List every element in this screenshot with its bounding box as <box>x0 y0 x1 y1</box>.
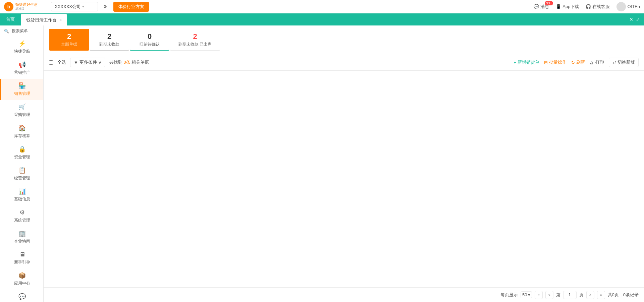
company-name: XXXXXX公司 <box>55 4 81 10</box>
sidebar-item-label: 库存核算 <box>14 133 30 139</box>
company-selector[interactable]: XXXXXX公司 ▾ <box>51 2 98 11</box>
summary-card-overdue-stock[interactable]: 2 到期未收款 已出库 <box>170 29 220 51</box>
card-label-all: 全部单据 <box>58 42 80 47</box>
filter-label: 更多条件 <box>79 59 97 65</box>
refresh-icon: ↻ <box>571 60 575 65</box>
headset-icon: 🎧 <box>586 4 591 9</box>
experience-button[interactable]: 体验行业方案 <box>113 2 149 12</box>
operations-icon: 📋 <box>18 167 26 174</box>
summary-cards: 2 全部单据 2 到期未收款 0 旺辅待确认 2 到期未收款 已出库 <box>44 25 644 54</box>
card-label-overdue: 到期未收款 <box>98 42 121 47</box>
online-service-label: 在线客服 <box>592 4 610 10</box>
page-size-select[interactable]: 50 ▾ <box>521 291 532 298</box>
tab-bar-right: ✕ ⤢ <box>629 17 644 22</box>
sidebar-item-inventory[interactable]: 🏠 库存核算 <box>0 121 43 142</box>
summary-card-pending[interactable]: 0 旺辅待确认 <box>129 29 170 51</box>
filter-button[interactable]: ▼ 更多条件 ∨ <box>70 58 105 67</box>
last-page-button[interactable]: » <box>597 291 605 299</box>
next-page-button[interactable]: > <box>586 291 594 299</box>
print-label: 打印 <box>595 59 604 65</box>
page-label: 页 <box>579 292 584 298</box>
app-download-item[interactable]: 📱 App下载 <box>556 4 579 10</box>
add-sales-order-button[interactable]: + 新增销货单 <box>514 59 539 65</box>
online-service-item[interactable]: 🎧 在线客服 <box>586 4 610 10</box>
found-prefix: 共找到 <box>109 60 122 65</box>
sidebar-item-quick-nav[interactable]: ⚡ 快捷导航 <box>0 37 43 58</box>
batch-label: 批量操作 <box>549 59 567 65</box>
refresh-button[interactable]: ↻ 刷新 <box>571 59 585 65</box>
sidebar-item-guide[interactable]: 🖥 新手引导 <box>0 248 43 268</box>
basic-info-icon: 📊 <box>18 188 26 195</box>
first-page-button[interactable]: « <box>535 291 543 299</box>
sales-icon: 🏪 <box>18 82 26 89</box>
add-label: 新增销货单 <box>518 59 539 65</box>
search-label: 搜索菜单 <box>12 28 28 34</box>
app-center-icon: 📦 <box>18 272 26 279</box>
filter-icon: ▼ <box>74 60 78 65</box>
page-size-label: 每页显示 <box>500 292 518 298</box>
print-button[interactable]: 🖨 打印 <box>590 59 604 65</box>
print-icon: 🖨 <box>590 60 594 65</box>
sidebar-item-purchase[interactable]: 🛒 采购管理 <box>0 100 43 121</box>
tab-home[interactable]: 首页 <box>0 13 21 25</box>
select-all-checkbox[interactable] <box>49 60 53 65</box>
maximize-icon[interactable]: ⤢ <box>636 17 640 22</box>
main-layout: 🔍 搜索菜单 ⚡ 快捷导航 📢 营销推广 🏪 销售管理 🛒 采购管理 🏠 库存核… <box>0 25 644 302</box>
sidebar-item-label: 采购管理 <box>14 112 30 118</box>
sidebar-item-label: 企业协同 <box>14 239 30 244</box>
avatar <box>616 2 626 11</box>
chevron-icon: ∨ <box>98 60 102 65</box>
sidebar-item-label: 基础信息 <box>14 196 30 202</box>
settings-icon[interactable]: ⚙ <box>101 2 110 11</box>
sidebar-item-enterprise[interactable]: 🏢 企业协同 <box>0 227 43 248</box>
guide-icon: 🖥 <box>19 251 25 258</box>
refresh-label: 刷新 <box>576 59 585 65</box>
close-window-icon[interactable]: ✕ <box>629 17 633 22</box>
found-text: 共找到 0条 相关单据 <box>109 59 149 65</box>
logo-icon: b <box>4 2 13 11</box>
tab-active[interactable]: 钱货日清工作台 × <box>21 14 67 26</box>
page-number-input[interactable] <box>563 291 577 299</box>
summary-card-overdue[interactable]: 2 到期未收款 <box>89 29 129 51</box>
plus-icon: + <box>514 60 516 65</box>
app-download-label: App下载 <box>562 4 579 10</box>
sidebar-search[interactable]: 🔍 搜索菜单 <box>0 25 43 37</box>
avatar-item[interactable]: OfTEn <box>616 2 640 11</box>
sidebar-item-enterprise-wx[interactable]: 💬 企业微信 <box>0 290 43 302</box>
sidebar-item-sales[interactable]: 🏪 销售管理 <box>0 79 43 100</box>
switch-version-button[interactable]: ⇄ 切换新版 <box>609 58 639 67</box>
summary-card-all[interactable]: 2 全部单据 <box>49 29 89 51</box>
prev-page-button[interactable]: < <box>545 291 553 299</box>
sidebar-item-operations[interactable]: 📋 经营管理 <box>0 163 43 184</box>
batch-operation-button[interactable]: ⊞ 批量操作 <box>544 59 567 65</box>
sidebar-item-label: 营销推广 <box>14 70 30 75</box>
switch-icon: ⇄ <box>612 60 616 65</box>
switch-label: 切换新版 <box>618 59 635 65</box>
sidebar-item-finance[interactable]: 🔒 资金管理 <box>0 142 43 163</box>
found-suffix: 相关单据 <box>131 60 149 65</box>
marketing-icon: 📢 <box>18 61 26 68</box>
purchase-icon: 🛒 <box>18 103 26 111</box>
logo-text-area: 畅捷通好生意 标准版 <box>15 2 38 11</box>
card-number-all: 2 <box>58 32 80 41</box>
sidebar-item-marketing[interactable]: 📢 营销推广 <box>0 58 43 79</box>
logo-area: b 畅捷通好生意 标准版 <box>4 2 48 11</box>
sidebar-item-label: 经营管理 <box>14 175 30 181</box>
sidebar-item-basic-info[interactable]: 📊 基础信息 <box>0 184 43 205</box>
sidebar-item-system[interactable]: ⚙ 系统管理 <box>0 205 43 227</box>
system-icon: ⚙ <box>19 209 25 216</box>
pagination-bar: 每页显示 50 ▾ « < 第 页 > » 共0页，0条记录 <box>44 287 644 302</box>
sidebar-item-label: 系统管理 <box>14 218 30 223</box>
page-size-arrow: ▾ <box>528 292 530 297</box>
table-area <box>44 71 644 287</box>
sidebar-item-app-center[interactable]: 📦 应用中心 <box>0 268 43 290</box>
sidebar-item-label: 销售管理 <box>14 91 30 97</box>
toolbar-right: + 新增销货单 ⊞ 批量操作 ↻ 刷新 🖨 打印 ⇄ 切换新版 <box>514 58 639 67</box>
messages-item[interactable]: 💬 消息 99+ <box>534 4 549 10</box>
page-size-value: 50 <box>522 292 527 297</box>
tab-close-icon[interactable]: × <box>59 18 62 22</box>
top-header: b 畅捷通好生意 标准版 XXXXXX公司 ▾ ⚙ 体验行业方案 💬 消息 99… <box>0 0 644 13</box>
select-all-label: 全选 <box>57 59 66 65</box>
active-tab-label: 钱货日清工作台 <box>26 17 57 23</box>
card-number-overdue: 2 <box>98 32 121 41</box>
